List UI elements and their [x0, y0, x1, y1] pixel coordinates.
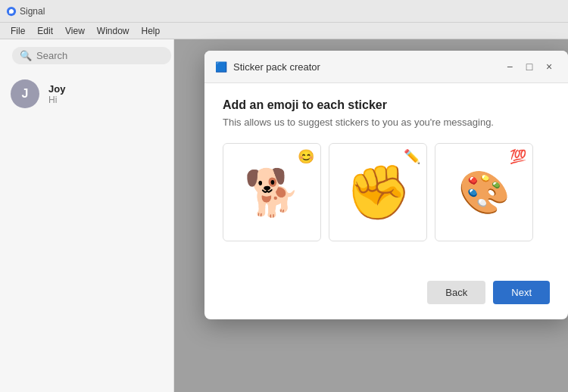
- sticker-cell-3[interactable]: 💯 🎨: [435, 143, 533, 241]
- dialog-body: Add an emoji to each sticker This allows…: [204, 83, 568, 272]
- maximize-button[interactable]: □: [521, 58, 538, 75]
- sidebar: 🔍 ✏️ J Joy Hi: [0, 39, 174, 392]
- search-input[interactable]: [36, 50, 164, 61]
- dialog-titlebar: 🟦 Sticker pack creator − □ ×: [204, 51, 568, 83]
- search-row: 🔍 ✏️: [0, 39, 173, 72]
- menubar: File Edit View Window Help: [0, 23, 568, 39]
- app-body: 🔍 ✏️ J Joy Hi: [0, 39, 568, 392]
- sticker-cell-2[interactable]: ✏️ ✊: [329, 143, 427, 241]
- minimize-button[interactable]: −: [501, 58, 518, 75]
- dialog-heading: Add an emoji to each sticker: [223, 98, 550, 112]
- dialog-footer: Back Next: [204, 272, 568, 319]
- dialog-title: Sticker pack creator: [233, 61, 495, 73]
- dialog-description: This allows us to suggest stickers to yo…: [223, 117, 550, 128]
- avatar: J: [11, 79, 39, 108]
- contact-name: Joy: [48, 83, 163, 95]
- next-button[interactable]: Next: [493, 281, 550, 304]
- dialog-controls: − □ ×: [501, 58, 557, 75]
- close-button[interactable]: ×: [541, 58, 557, 75]
- dialog-icon: 🟦: [215, 61, 227, 73]
- menu-window[interactable]: Window: [91, 24, 136, 38]
- sticker-image-2: ✊: [345, 161, 411, 223]
- menu-help[interactable]: Help: [136, 24, 167, 38]
- app-title-text: Signal: [20, 6, 45, 17]
- search-icon: 🔍: [20, 50, 32, 61]
- back-button[interactable]: Back: [427, 281, 485, 304]
- sticker-emoji-2: ✏️: [404, 148, 420, 165]
- main-content: Welcome to Signal what's new in this upd…: [174, 39, 568, 392]
- menu-file[interactable]: File: [5, 24, 31, 38]
- sticker-emoji-1: 😊: [298, 148, 314, 165]
- sticker-image-3: 🎨: [458, 168, 510, 217]
- signal-app-icon: [6, 6, 17, 17]
- contact-info: Joy Hi: [48, 83, 163, 105]
- menu-edit[interactable]: Edit: [31, 24, 59, 38]
- modal-overlay: 🟦 Sticker pack creator − □ × Add an emoj…: [174, 39, 568, 392]
- sticker-emoji-3: 💯: [510, 148, 526, 165]
- contact-preview: Hi: [48, 95, 163, 105]
- sticker-grid: 😊 🐕 ✏️ ✊ 💯 🎨: [223, 143, 550, 241]
- sticker-dialog: 🟦 Sticker pack creator − □ × Add an emoj…: [204, 51, 568, 319]
- app-titlebar: Signal: [0, 0, 568, 23]
- search-bar: 🔍: [12, 47, 171, 64]
- sticker-image-1: 🐕: [244, 166, 301, 219]
- sticker-cell-1[interactable]: 😊 🐕: [223, 143, 321, 241]
- menu-view[interactable]: View: [59, 24, 91, 38]
- contact-item[interactable]: J Joy Hi: [0, 72, 173, 116]
